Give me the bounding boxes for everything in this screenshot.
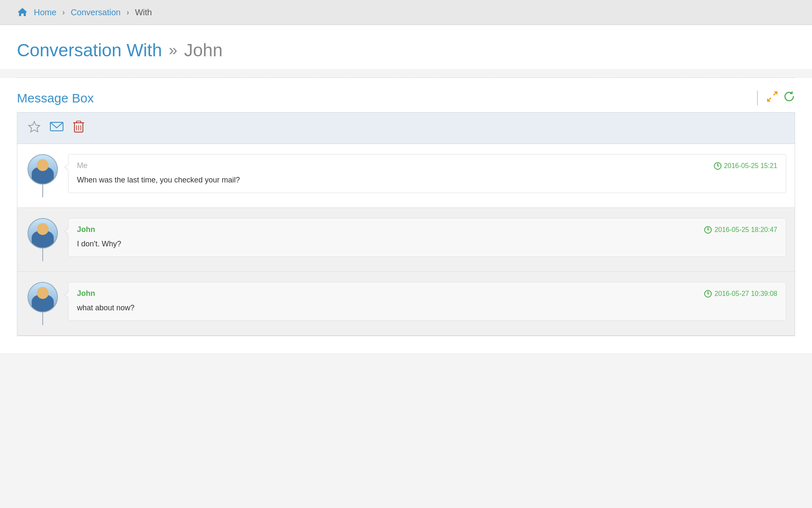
message-bubble: John 2016-05-25 18:20:47 I don't. Why? — [68, 218, 786, 257]
avatar — [27, 218, 58, 248]
avatar — [27, 154, 58, 185]
mail-button[interactable] — [49, 121, 64, 135]
page-title-main: Conversation With — [17, 40, 162, 61]
message-row: John 2016-05-27 10:39:08 what about now? — [17, 272, 795, 336]
message-meta: John 2016-05-25 18:20:47 — [77, 225, 777, 234]
message-timestamp: 2016-05-25 18:20:47 — [704, 226, 777, 234]
message-box-actions — [757, 91, 795, 105]
message-row: Me 2016-05-25 15:21 When was the last ti… — [17, 144, 795, 208]
message-row: John 2016-05-25 18:20:47 I don't. Why? — [17, 208, 795, 272]
breadcrumb-current: With — [135, 8, 152, 17]
breadcrumb-home-link[interactable]: Home — [34, 8, 56, 17]
breadcrumb-conversation-link[interactable]: Conversation — [71, 8, 121, 17]
message-text: When was the last time, you checked your… — [77, 174, 777, 186]
expand-icon[interactable] — [766, 91, 778, 105]
message-timestamp: 2016-05-25 15:21 — [714, 162, 777, 170]
message-box-header: Message Box — [17, 91, 795, 112]
message-meta: John 2016-05-27 10:39:08 — [77, 289, 777, 298]
avatar-col — [26, 218, 60, 261]
svg-marker-2 — [29, 121, 40, 132]
message-sender: John — [77, 289, 95, 298]
star-button[interactable] — [27, 120, 41, 136]
page-title-name: John — [184, 40, 222, 61]
message-meta: Me 2016-05-25 15:21 — [77, 161, 777, 170]
avatar-col — [26, 282, 60, 325]
avatar-line — [42, 248, 43, 261]
trash-button[interactable] — [72, 119, 85, 137]
clock-icon — [704, 226, 712, 234]
main-content: Message Box — [0, 78, 812, 353]
clock-icon — [704, 290, 712, 298]
message-text: what about now? — [77, 302, 777, 314]
breadcrumb-sep-2: › — [126, 8, 129, 17]
page-title-section: Conversation With » John — [0, 25, 812, 69]
home-icon — [17, 7, 30, 18]
refresh-icon[interactable] — [783, 91, 795, 105]
svg-rect-8 — [77, 121, 81, 123]
message-text: I don't. Why? — [77, 238, 777, 250]
message-bubble: John 2016-05-27 10:39:08 what about now? — [68, 282, 786, 321]
message-timestamp: 2016-05-27 10:39:08 — [704, 290, 777, 298]
page-title-separator: » — [169, 41, 177, 59]
avatar-line — [42, 185, 43, 197]
breadcrumb-sep-1: › — [62, 8, 65, 17]
avatar-line — [42, 312, 43, 325]
toolbar — [17, 112, 795, 144]
message-sender: John — [77, 225, 95, 234]
message-box-title: Message Box — [17, 91, 94, 105]
clock-icon — [714, 162, 721, 170]
messages-container: Me 2016-05-25 15:21 When was the last ti… — [17, 144, 795, 336]
message-sender: Me — [77, 161, 88, 170]
avatar-col — [26, 154, 60, 197]
message-bubble: Me 2016-05-25 15:21 When was the last ti… — [68, 154, 786, 193]
avatar — [27, 282, 58, 312]
page-title: Conversation With » John — [17, 40, 795, 61]
breadcrumb-bar: Home › Conversation › With — [0, 0, 812, 25]
